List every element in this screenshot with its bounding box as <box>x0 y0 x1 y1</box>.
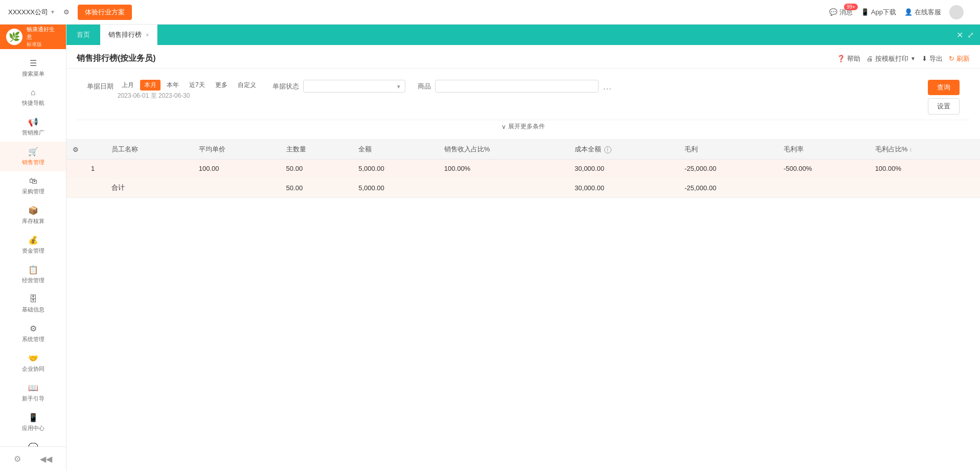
summary-gross-pct-cell <box>869 178 980 198</box>
help-label: 帮助 <box>847 54 860 63</box>
summary-settings-cell <box>66 178 85 198</box>
message-item[interactable]: 💬 消息 99+ <box>829 8 853 17</box>
col-name-header: 员工名称 <box>105 140 193 160</box>
tab-home[interactable]: 首页 <box>66 25 100 45</box>
col-settings[interactable]: ⚙ <box>66 140 85 160</box>
col-gross-pct-header: 毛利占比% ↕ <box>869 140 980 160</box>
status-filter-label: 单据状态 <box>272 82 299 91</box>
summary-sales-pct-cell <box>438 178 568 198</box>
sidebar-item-wechat[interactable]: 💬 企业微信 <box>0 437 66 446</box>
table-row: 1 100.00 50.00 5,000.00 100.00% 30,000.0… <box>66 160 980 178</box>
top-bar-right: 💬 消息 99+ 📱 App下载 👤 在线客服 <box>829 5 972 19</box>
sidebar-item-system[interactable]: ⚙ 系统管理 <box>0 319 66 348</box>
sidebar-collapse-icon[interactable]: ◀◀ <box>40 454 52 464</box>
sidebar-item-inventory[interactable]: 📦 库存核算 <box>0 200 66 230</box>
logo-sub-text: 标准版 <box>27 41 60 48</box>
help-button[interactable]: ❓ 帮助 <box>837 54 860 63</box>
date-filter-section: 单据日期 上月本月本年近7天更多自定义 2023-06-01 至 2023-06… <box>87 80 260 100</box>
company-name: XXXXXX公司 <box>8 8 48 17</box>
tab-close-window-icon[interactable]: ✕ <box>956 30 963 40</box>
refresh-label: 刷新 <box>956 54 970 63</box>
topbar-settings-icon[interactable]: ⚙ <box>59 5 74 19</box>
tab-close-icon[interactable]: × <box>146 32 149 38</box>
sidebar-settings-icon[interactable]: ⚙ <box>14 454 21 464</box>
goods-more-icon[interactable]: … <box>603 82 612 91</box>
message-badge: 99+ <box>844 4 858 10</box>
logo-symbol: 🌿 <box>9 31 20 42</box>
nav-label-purchase: 采购管理 <box>22 188 44 195</box>
cell-gross-pct-0: 100.00% <box>869 160 980 178</box>
nav-icon-finance: 💰 <box>28 235 38 245</box>
sort-icon[interactable]: ↕ <box>909 146 913 152</box>
sidebar-item-operations[interactable]: 📋 经营管理 <box>0 260 66 289</box>
summary-avg-price-cell <box>193 178 280 198</box>
tab-maximize-icon[interactable]: ⤢ <box>967 30 974 40</box>
col-main-qty-header: 主数量 <box>280 140 353 160</box>
print-button[interactable]: 🖨 按模板打印 ▼ <box>867 54 916 63</box>
content-area: 首页 销售排行榜 × ✕ ⤢ 销售排行榜(按业务员) ❓ <box>66 25 980 471</box>
date-tab-本年[interactable]: 本年 <box>163 80 183 91</box>
tab-label: 销售排行榜 <box>108 30 142 39</box>
nav-label-apps: 应用中心 <box>22 424 44 432</box>
date-tabs-block: 上月本月本年近7天更多自定义 2023-06-01 至 2023-06-30 <box>118 80 260 100</box>
export-button[interactable]: ⬇ 导出 <box>922 54 943 63</box>
cost-info-icon[interactable]: i <box>604 146 611 153</box>
logo-icon: 🌿 <box>6 29 22 45</box>
sidebar-item-search[interactable]: ☰ 搜索菜单 <box>0 53 66 83</box>
sidebar-nav: ☰ 搜索菜单 ⌂ 快捷导航 📢 营销推广 🛒 销售管理 🛍 采购管理 📦 库存核… <box>0 49 66 446</box>
company-select[interactable]: XXXXXX公司 ▼ <box>8 8 55 17</box>
sidebar-item-guide[interactable]: 📖 新手引导 <box>0 378 66 408</box>
page-content: 销售排行榜(按业务员) ❓ 帮助 🖨 按模板打印 ▼ ⬇ <box>66 45 980 471</box>
logo-area: 🌿 畅康通好生意 标准版 <box>0 25 66 49</box>
date-tab-上月[interactable]: 上月 <box>118 80 138 91</box>
sidebar-item-finance[interactable]: 💰 资金管理 <box>0 230 66 260</box>
date-tab-近7天[interactable]: 近7天 <box>185 80 209 91</box>
summary-label-cell: 合计 <box>105 178 193 198</box>
col-cost-header: 成本全额 i <box>568 140 678 160</box>
settings-button[interactable]: 设置 <box>928 98 960 115</box>
table-header-row: ⚙ 员工名称 平均单价 主数量 全额 销售收入占比% 成本全额 i <box>66 140 980 160</box>
nav-icon-sales: 🛒 <box>28 147 38 156</box>
summary-rank-cell <box>85 178 105 198</box>
date-tabs: 上月本月本年近7天更多自定义 <box>118 80 260 91</box>
cell-main-qty-0: 50.00 <box>280 160 353 178</box>
summary-row: 合计 50.00 5,000.00 30,000.00 -25,000.00 <box>66 178 980 198</box>
date-tab-自定义[interactable]: 自定义 <box>234 80 260 91</box>
query-button[interactable]: 查询 <box>928 80 960 95</box>
cell-gross-0: -25,000.00 <box>678 160 778 178</box>
nav-icon-purchase: 🛍 <box>29 176 37 186</box>
sidebar-item-marketing[interactable]: 📢 营销推广 <box>0 112 66 142</box>
sidebar-item-quick-nav[interactable]: ⌂ 快捷导航 <box>0 83 66 112</box>
date-tab-更多[interactable]: 更多 <box>211 80 232 91</box>
cell-rank-0: 1 <box>85 160 105 178</box>
date-tab-本月[interactable]: 本月 <box>140 80 161 91</box>
app-download-label: App下载 <box>871 8 896 17</box>
sidebar-item-apps[interactable]: 📱 应用中心 <box>0 408 66 437</box>
online-service-item[interactable]: 👤 在线客服 <box>904 8 941 17</box>
sidebar-item-purchase[interactable]: 🛍 采购管理 <box>0 171 66 200</box>
tab-sales-ranking[interactable]: 销售排行榜 × <box>100 25 157 45</box>
summary-main-qty-cell: 50.00 <box>280 178 353 198</box>
goods-filter-label: 商品 <box>418 82 431 91</box>
expand-more-section[interactable]: ∨ 展开更多条件 <box>77 120 970 133</box>
sidebar-item-enterprise[interactable]: 🤝 企业协同 <box>0 348 66 378</box>
sidebar-item-basic-info[interactable]: 🗄 基础信息 <box>0 289 66 319</box>
top-bar: XXXXXX公司 ▼ ⚙ 体验行业方案 💬 消息 99+ 📱 App下载 👤 在… <box>0 0 980 25</box>
cell-sales-pct-0: 100.00% <box>438 160 568 178</box>
filter-area: 单据日期 上月本月本年近7天更多自定义 2023-06-01 至 2023-06… <box>66 69 980 140</box>
page-title: 销售排行榜(按业务员) <box>77 53 156 64</box>
sidebar-item-sales[interactable]: 🛒 销售管理 <box>0 142 66 171</box>
app-download-item[interactable]: 📱 App下载 <box>861 8 896 17</box>
nav-label-inventory: 库存核算 <box>22 217 44 225</box>
page-header: 销售排行榜(按业务员) ❓ 帮助 🖨 按模板打印 ▼ ⬇ <box>66 45 980 69</box>
status-select[interactable] <box>303 80 405 93</box>
page-header-actions: ❓ 帮助 🖨 按模板打印 ▼ ⬇ 导出 ↻ <box>837 54 970 63</box>
goods-filter-input[interactable] <box>435 80 599 93</box>
nav-label-marketing: 营销推广 <box>22 129 44 137</box>
main-area: 🌿 畅康通好生意 标准版 ☰ 搜索菜单 ⌂ 快捷导航 📢 营销推广 🛒 销售管理… <box>0 25 980 471</box>
nav-icon-search: ☰ <box>30 58 37 68</box>
try-industry-button[interactable]: 体验行业方案 <box>78 5 132 20</box>
online-service-label: 在线客服 <box>915 8 941 17</box>
refresh-button[interactable]: ↻ 刷新 <box>949 54 970 63</box>
avatar[interactable] <box>949 5 964 19</box>
